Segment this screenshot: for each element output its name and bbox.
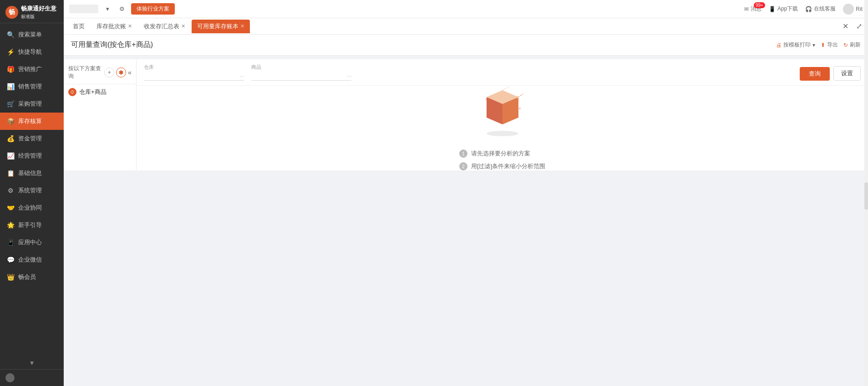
sidebar-item-operations[interactable]: 📈 经营管理 <box>0 147 64 165</box>
scrollbar-thumb[interactable] <box>864 182 868 210</box>
page-header-actions: 🖨 按模板打印 ▾ ⬆ 导出 ↻ 刷新 <box>776 41 861 49</box>
lightning-icon: ⚡ <box>6 48 15 56</box>
scheme-settings-button[interactable] <box>116 67 126 77</box>
print-button[interactable]: 🖨 按模板打印 ▾ <box>776 41 815 49</box>
tab-close-icon[interactable]: ✕ <box>181 23 185 29</box>
svg-line-5 <box>503 87 509 90</box>
settings-button[interactable]: 设置 <box>833 66 861 81</box>
svg-line-6 <box>518 94 523 97</box>
sidebar-item-marketing[interactable]: 🎁 营销推广 <box>0 61 64 78</box>
sidebar-item-label: 基础信息 <box>18 169 42 177</box>
tab-label: 库存批次账 <box>96 22 126 31</box>
tab-label: 可用量库存账本 <box>197 22 239 31</box>
print-dropdown-icon[interactable]: ▾ <box>812 42 815 48</box>
sidebar-item-label: 库存核算 <box>18 117 42 125</box>
topbar-settings-icon[interactable]: ⚙ <box>117 4 127 15</box>
tab-close-all-button[interactable]: ✕ <box>840 21 851 32</box>
refresh-button[interactable]: ↻ 刷新 <box>843 41 861 49</box>
tip-text-2: 用[过滤]条件来缩小分析范围 <box>471 162 545 170</box>
handshake-icon: 🤝 <box>6 204 15 211</box>
sidebar: 畅 畅康通好生意 标准版 🔍 搜索菜单 ⚡ 快捷导航 🎁 营销推广 📊 销售管理… <box>0 0 64 386</box>
app-download-button[interactable]: 📱 App下载 <box>769 5 798 13</box>
sidebar-item-label: 畅会员 <box>18 273 36 281</box>
sidebar-item-app-center[interactable]: 📱 应用中心 <box>0 234 64 251</box>
tab-available-inventory[interactable]: 可用量库存账本 ✕ <box>192 20 250 33</box>
tab-inventory-batch[interactable]: 库存批次账 ✕ <box>91 20 137 33</box>
refresh-label: 刷新 <box>850 41 861 49</box>
empty-illustration <box>475 86 530 140</box>
tabs-bar: 首页 库存批次账 ✕ 收发存汇总表 ✕ 可用量库存账本 ✕ ✕ ⤢ <box>64 18 868 35</box>
user-profile[interactable]: Rit <box>843 4 863 15</box>
tab-label: 首页 <box>73 22 85 31</box>
tab-close-icon[interactable]: ✕ <box>128 23 132 29</box>
tab-stock-summary[interactable]: 收发存汇总表 ✕ <box>138 20 191 33</box>
search-icon: 🔍 <box>6 31 15 38</box>
sidebar-item-label: 新手引导 <box>18 221 42 229</box>
main-body: 按以下方案查询 + « 仓库+商品 <box>64 59 868 170</box>
warehouse-input-wrapper: ··· <box>144 72 244 81</box>
scheme-item-icon <box>68 88 76 96</box>
trial-industry-button[interactable]: 体验行业方案 <box>131 3 175 15</box>
sidebar-item-search[interactable]: 🔍 搜索菜单 <box>0 26 64 43</box>
money-icon: 💰 <box>6 135 15 142</box>
goods-input[interactable] <box>251 72 347 79</box>
sidebar-item-inventory[interactable]: 📦 库存核算 <box>0 113 64 130</box>
sidebar-item-new-guide[interactable]: 🌟 新手引导 <box>0 216 64 234</box>
add-scheme-button[interactable]: + <box>104 67 114 77</box>
breadcrumb <box>69 5 98 13</box>
sidebar-item-sales[interactable]: 📊 销售管理 <box>0 78 64 95</box>
wechat-icon: 💬 <box>6 256 15 263</box>
sidebar-item-system[interactable]: ⚙ 系统管理 <box>0 182 64 199</box>
goods-more-icon[interactable]: ··· <box>347 73 351 79</box>
goods-input-wrapper: ··· <box>251 72 351 81</box>
sidebar-item-basic-info[interactable]: 📋 基础信息 <box>0 165 64 182</box>
user-avatar <box>5 373 15 382</box>
empty-tip-2: 2 用[过滤]条件来缩小分析范围 <box>459 162 545 170</box>
customer-service-button[interactable]: 🎧 在线客服 <box>805 5 836 13</box>
sidebar-item-enterprise[interactable]: 🤝 企业协同 <box>0 199 64 216</box>
sidebar-item-label: 搜索菜单 <box>18 31 42 39</box>
goods-label: 商品 <box>251 64 351 71</box>
scheme-item-label: 仓库+商品 <box>79 88 107 96</box>
sidebar-item-quick-nav[interactable]: ⚡ 快捷导航 <box>0 43 64 61</box>
tip-text-1: 请先选择要分析的方案 <box>471 149 530 158</box>
sidebar-item-purchase[interactable]: 🛒 采购管理 <box>0 95 64 113</box>
sidebar-item-label: 企业微信 <box>18 256 42 264</box>
export-button[interactable]: ⬆ 导出 <box>821 41 838 49</box>
dropdown-icon[interactable]: ▾ <box>102 4 113 15</box>
sidebar-item-label: 经营管理 <box>18 152 42 160</box>
tab-expand-button[interactable]: ⤢ <box>853 21 864 32</box>
sidebar-bottom <box>0 369 64 386</box>
list-icon: 📋 <box>6 170 15 177</box>
page-header: 可用量查询(按仓库+商品) 🖨 按模板打印 ▾ ⬆ 导出 ↻ 刷新 <box>64 35 868 56</box>
headset-icon: 🎧 <box>805 6 812 12</box>
sidebar-item-finance[interactable]: 💰 资金管理 <box>0 130 64 147</box>
sales-icon: 📊 <box>6 83 15 90</box>
sidebar-item-label: 企业协同 <box>18 204 42 212</box>
logo-icon: 畅 <box>5 6 18 19</box>
filter-buttons: 查询 设置 <box>800 66 861 81</box>
customer-service-label: 在线客服 <box>814 5 836 13</box>
content-area: 可用量查询(按仓库+商品) 🖨 按模板打印 ▾ ⬆ 导出 ↻ 刷新 <box>64 35 868 386</box>
export-icon: ⬆ <box>821 42 825 48</box>
phone-icon: 📱 <box>769 6 776 12</box>
message-button[interactable]: ✉ 消息 99+ <box>744 5 761 13</box>
svg-point-8 <box>486 98 487 100</box>
scrollbar-track[interactable] <box>864 0 868 386</box>
sidebar-scroll-down[interactable]: ▼ <box>0 357 64 369</box>
sidebar-item-vip[interactable]: 👑 畅会员 <box>0 268 64 286</box>
sidebar-item-label: 快捷导航 <box>18 48 42 56</box>
tab-home[interactable]: 首页 <box>67 20 90 33</box>
crown-icon: 👑 <box>6 273 15 281</box>
query-button[interactable]: 查询 <box>800 67 830 81</box>
warehouse-more-icon[interactable]: ··· <box>239 73 244 79</box>
sidebar-item-enterprise-wechat[interactable]: 💬 企业微信 <box>0 251 64 268</box>
refresh-icon: ↻ <box>843 42 848 48</box>
tab-close-icon[interactable]: ✕ <box>240 23 244 29</box>
scheme-item-warehouse-goods[interactable]: 仓库+商品 <box>64 86 136 98</box>
avatar <box>843 4 854 15</box>
scheme-actions: + « <box>104 67 132 77</box>
warehouse-input[interactable] <box>144 72 239 79</box>
collapse-icon[interactable]: « <box>128 69 132 76</box>
scheme-panel: 按以下方案查询 + « 仓库+商品 <box>64 59 137 170</box>
